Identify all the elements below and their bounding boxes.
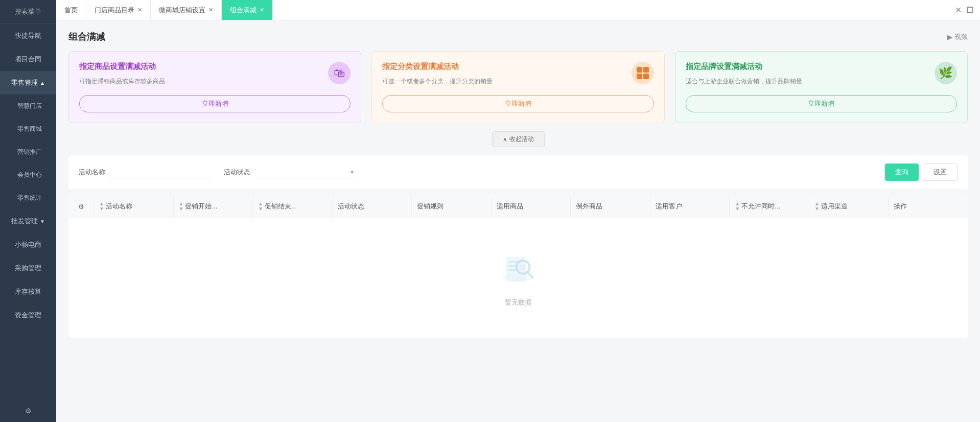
chevron-up-icon: ∧ xyxy=(503,136,507,143)
sort-icon: ▲▼ xyxy=(735,201,740,212)
filter-status-group: 活动状态 ▾ xyxy=(224,166,357,178)
tab-label: 首页 xyxy=(64,6,78,15)
collapse-button[interactable]: ∧ 收起活动 xyxy=(492,131,545,147)
empty-state: 暂无数据 xyxy=(68,218,968,338)
th-name: ▲▼ 活动名称 xyxy=(94,195,174,218)
play-icon: ▶ xyxy=(947,33,952,41)
sidebar-item-inventory[interactable]: 库存核算 xyxy=(0,280,56,303)
card-title: 指定分类设置满减活动 xyxy=(382,62,654,72)
filter-status-select[interactable] xyxy=(254,166,357,178)
sidebar-item-label: 零售管理 xyxy=(11,78,38,87)
filter-area: 活动名称 活动状态 ▾ 查询 设置 xyxy=(68,155,968,189)
th-promo-start: ▲▼ 促销开始... xyxy=(174,195,253,218)
no-data-icon xyxy=(493,249,544,290)
sidebar-item-label: 采购管理 xyxy=(15,264,41,273)
shopping-bag-icon: 🛍 xyxy=(328,62,351,84)
th-rules: 促销规则 xyxy=(412,196,492,217)
sidebar-item-label: 零售商城 xyxy=(17,125,42,133)
tab-store-catalog[interactable]: 门店商品目录 ✕ xyxy=(86,0,151,20)
sidebar-settings[interactable]: ⚙ xyxy=(0,400,56,422)
card-desc: 可选一个或者多个分类，提升分类的销量 xyxy=(382,77,654,86)
setting-button[interactable]: 设置 xyxy=(923,163,958,181)
tab-combo-discount[interactable]: 组合满减 ✕ xyxy=(222,0,273,20)
filter-status-select-wrap: ▾ xyxy=(254,166,357,178)
filter-status-label: 活动状态 xyxy=(224,168,250,177)
table-area: ⚙ ▲▼ 活动名称 ▲▼ 促销开始... ▲▼ 促销结束... 活动状态 xyxy=(68,195,968,338)
close-window-button[interactable]: ✕ xyxy=(955,5,962,15)
page-title: 组合满减 xyxy=(68,31,105,43)
sidebar-item-label: 零售统计 xyxy=(17,194,42,202)
close-icon[interactable]: ✕ xyxy=(137,7,142,13)
tab-label: 组合满减 xyxy=(230,6,256,15)
chevron-up-icon: ▲ xyxy=(40,80,45,86)
sidebar-item-smart-store[interactable]: 智慧门店 xyxy=(0,95,56,118)
th-applicable-customer: 适用客户 xyxy=(650,196,730,217)
add-brand-activity-button[interactable]: 立即新增 xyxy=(686,95,957,112)
tab-bar: 首页 门店商品目录 ✕ 微商城店铺设置 ✕ 组合满减 ✕ ✕ ⧠ xyxy=(56,0,980,20)
filter-name-label: 活动名称 xyxy=(79,168,105,177)
category-icon xyxy=(632,62,654,84)
tab-label: 门店商品目录 xyxy=(95,6,134,15)
th-promo-end: ▲▼ 促销结束... xyxy=(253,195,333,218)
video-link[interactable]: ▶ 视频 xyxy=(947,32,968,41)
sidebar-item-member-center[interactable]: 会员中心 xyxy=(0,163,56,186)
card-desc: 可指定滞销商品或库存较多商品 xyxy=(79,77,351,86)
sidebar-item-label: 库存核算 xyxy=(15,287,41,296)
gear-icon: ⚙ xyxy=(78,203,84,210)
chevron-down-icon: ▼ xyxy=(40,219,45,224)
sidebar-item-retail-stats[interactable]: 零售统计 xyxy=(0,186,56,209)
maximize-window-button[interactable]: ⧠ xyxy=(966,6,974,15)
filter-name-group: 活动名称 xyxy=(79,166,212,178)
sidebar-item-label: 会员中心 xyxy=(17,171,42,179)
product-activity-card: 🛍 指定商品设置满减活动 可指定滞销商品或库存较多商品 立即新增 xyxy=(68,51,361,123)
th-settings[interactable]: ⚙ xyxy=(68,197,94,217)
table-header: ⚙ ▲▼ 活动名称 ▲▼ 促销开始... ▲▼ 促销结束... 活动状态 xyxy=(68,195,968,218)
sidebar-item-finance-mgmt[interactable]: 资金管理 xyxy=(0,303,56,327)
add-product-activity-button[interactable]: 立即新增 xyxy=(79,95,351,112)
sidebar-item-label: 营销推广 xyxy=(17,148,42,156)
tab-home[interactable]: 首页 xyxy=(56,0,86,20)
th-exception-goods: 例外商品 xyxy=(571,196,650,217)
sort-icon: ▲▼ xyxy=(258,201,263,212)
sidebar-item-retail-mall[interactable]: 零售商城 xyxy=(0,118,56,140)
add-category-activity-button[interactable]: 立即新增 xyxy=(382,95,654,112)
brand-activity-card: 🌿 指定品牌设置满减活动 适合与上游企业联合做营销，提升品牌销量 立即新增 xyxy=(675,51,968,123)
leaf-icon: 🌿 xyxy=(935,62,957,84)
svg-rect-2 xyxy=(637,74,642,79)
th-applicable-goods: 适用商品 xyxy=(492,196,571,217)
empty-text: 暂无数据 xyxy=(505,298,531,307)
sidebar-item-label: 小畅电商 xyxy=(15,240,41,249)
svg-point-11 xyxy=(520,264,526,271)
sidebar: 搜索菜单 快捷导航 项目合同 零售管理 ▲ 智慧门店 零售商城 营销推广 会员中… xyxy=(0,0,56,422)
tab-label: 微商城店铺设置 xyxy=(159,6,205,15)
query-button[interactable]: 查询 xyxy=(885,163,919,181)
sort-icon: ▲▼ xyxy=(99,201,104,212)
category-activity-card: 指定分类设置满减活动 可选一个或者多个分类，提升分类的销量 立即新增 xyxy=(371,51,664,123)
filter-actions: 查询 设置 xyxy=(885,163,958,181)
sidebar-item-label: 批发管理 xyxy=(11,217,38,226)
sidebar-item-retail-mgmt[interactable]: 零售管理 ▲ xyxy=(0,71,56,95)
sidebar-item-quick-nav[interactable]: 快捷导航 xyxy=(0,24,56,48)
close-icon[interactable]: ✕ xyxy=(260,7,264,13)
filter-name-input[interactable] xyxy=(109,166,212,178)
collapse-section: ∧ 收起活动 xyxy=(68,131,968,147)
th-operation: 操作 xyxy=(889,196,968,217)
sidebar-item-xchang-ecom[interactable]: 小畅电商 xyxy=(0,233,56,256)
sidebar-item-purchase-mgmt[interactable]: 采购管理 xyxy=(0,256,56,280)
sidebar-item-label: 资金管理 xyxy=(15,311,41,320)
sidebar-item-project-contract[interactable]: 项目合同 xyxy=(0,48,56,71)
close-icon[interactable]: ✕ xyxy=(208,7,213,13)
main-area: 首页 门店商品目录 ✕ 微商城店铺设置 ✕ 组合满减 ✕ ✕ ⧠ 组合满减 ▶ … xyxy=(56,0,980,422)
tab-actions: ✕ ⧠ xyxy=(949,0,980,20)
sidebar-item-wholesale-mgmt[interactable]: 批发管理 ▼ xyxy=(0,209,56,233)
sidebar-item-label: 快捷导航 xyxy=(15,31,41,40)
sidebar-search[interactable]: 搜索菜单 xyxy=(0,0,56,24)
card-desc: 适合与上游企业联合做营销，提升品牌销量 xyxy=(686,77,957,86)
content-area: 组合满减 ▶ 视频 🛍 指定商品设置满减活动 可指定滞销商品或库存较多商品 立即… xyxy=(56,20,980,422)
tab-wechat-store[interactable]: 微商城店铺设置 ✕ xyxy=(151,0,222,20)
sidebar-item-marketing[interactable]: 营销推广 xyxy=(0,140,56,163)
gear-icon: ⚙ xyxy=(25,407,32,415)
th-no-concurrent: ▲▼ 不允许同时... xyxy=(730,195,809,218)
svg-rect-0 xyxy=(637,67,642,73)
cards-row: 🛍 指定商品设置满减活动 可指定滞销商品或库存较多商品 立即新增 指定分类设置满… xyxy=(68,51,968,123)
